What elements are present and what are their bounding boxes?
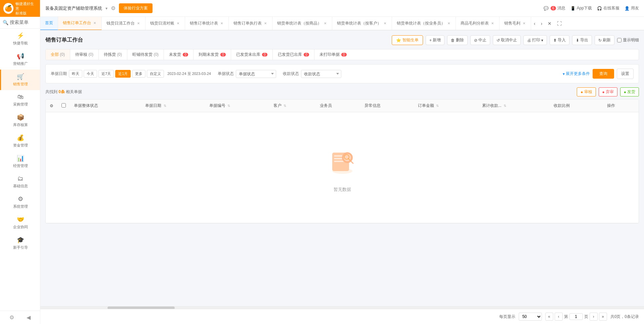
cancel-stop-btn[interactable]: ↺ 取消中止 <box>493 35 521 45</box>
tab-close-sales-stat[interactable]: ✕ <box>220 21 224 26</box>
online-service-item[interactable]: 🎧 在线客服 <box>597 5 619 11</box>
sidebar-item-quick-nav[interactable]: ⚡ 快捷导航 <box>0 29 40 49</box>
page-input[interactable] <box>569 313 583 320</box>
date-btn-today[interactable]: 今天 <box>84 70 97 78</box>
cooperation-icon: 🤝 <box>17 216 24 223</box>
tab-close-cash-daily[interactable]: ✕ <box>136 21 140 26</box>
page-next-btn[interactable]: › <box>590 313 598 321</box>
sidebar-item-cooperation[interactable]: 🤝 企业协同 <box>0 212 40 233</box>
review-btn[interactable]: ● 审核 <box>577 87 596 96</box>
page-first-btn[interactable]: « <box>545 313 553 321</box>
filter-expand-btn[interactable]: ▾ 展开更多条件 <box>563 71 590 77</box>
tab-close-customer[interactable]: ✕ <box>383 21 387 26</box>
col-label: 操作 <box>607 103 615 108</box>
show-detail-checkbox[interactable] <box>617 38 621 42</box>
topbar-settings-icon[interactable]: ⚙ <box>111 5 116 11</box>
select-all-checkbox[interactable] <box>61 103 66 108</box>
tab-sales-stat-product[interactable]: 销货单统计表（按商品） ✕ <box>272 17 332 30</box>
sub-tab-unprinted[interactable]: 未打印单据 0 <box>314 49 352 60</box>
sidebar-item-marketing[interactable]: 📢 营销推广 <box>0 49 40 70</box>
col-label: 收款比例 <box>554 103 570 108</box>
tab-cash-reconcile[interactable]: 钱货日清对账 ✕ <box>145 17 185 30</box>
tab-close-sales-workbench[interactable]: ✕ <box>93 21 97 25</box>
tab-sales-stat-staff[interactable]: 销货单统计表（按业务员） ✕ <box>392 17 456 30</box>
th-collected[interactable]: 累计收款... ⇅ <box>478 99 550 112</box>
sub-tab-shipped-unout[interactable]: 已发货未出库 0 <box>231 49 273 60</box>
tab-product-margin[interactable]: 商品毛利分析表 ✕ <box>456 17 500 30</box>
smart-gen-btn[interactable]: ⭐ 智能生单 <box>392 35 423 45</box>
page-last-btn[interactable]: » <box>599 313 607 321</box>
page-prev-btn[interactable]: ‹ <box>555 313 563 321</box>
tab-close-profit[interactable]: ✕ <box>522 21 526 26</box>
tab-sales-stat-customer[interactable]: 销货单统计表（按客户） ✕ <box>332 17 392 30</box>
show-detail-checkbox-label[interactable]: 显示明细 <box>617 37 639 43</box>
th-checkbox[interactable] <box>57 99 70 112</box>
refresh-btn[interactable]: ↻ 刷新 <box>595 35 614 45</box>
filter-payment-item: 收款状态 收款状态 <box>283 70 341 78</box>
sub-tab-pending-review[interactable]: 待审核 (0) <box>70 49 99 60</box>
tab-sales-workbench[interactable]: 销售订单工作台 ✕ <box>58 17 102 30</box>
date-btn-recent7[interactable]: 近7天 <box>98 70 114 78</box>
tab-close-cash-reconcile[interactable]: ✕ <box>176 21 180 26</box>
sidebar-item-sales[interactable]: 🛒 销售管理 <box>0 70 40 90</box>
tab-close-margin[interactable]: ✕ <box>490 21 495 26</box>
filter-settings-btn[interactable]: 设置 <box>617 69 634 79</box>
filter-payment-select[interactable]: 收款状态 <box>301 70 341 78</box>
h-scrollbar[interactable] <box>40 306 644 309</box>
page-size-select[interactable]: 50 20 100 <box>519 313 542 321</box>
ship-btn[interactable]: ● 发货 <box>620 87 639 96</box>
th-customer[interactable]: 客户 ⇅ <box>269 99 316 112</box>
sidebar-item-operations[interactable]: 📊 经营管理 <box>0 151 40 172</box>
delete-btn[interactable]: 🗑 删除 <box>447 35 468 45</box>
query-btn[interactable]: 查询 <box>593 69 614 79</box>
th-number[interactable]: 单据编号 ⇅ <box>205 99 269 112</box>
export-btn[interactable]: ⬇ 导出 <box>572 35 592 45</box>
tab-close-staff[interactable]: ✕ <box>447 21 451 26</box>
sidebar-item-finance[interactable]: 💰 资金管理 <box>0 131 40 151</box>
app-download-item[interactable]: 📱 App下载 <box>570 5 592 11</box>
import-btn[interactable]: ⬆ 导入 <box>550 35 569 45</box>
sub-tab-overdue-unshipped[interactable]: 到期未发货 0 <box>194 49 231 60</box>
stop-btn[interactable]: ⊘ 中止 <box>470 35 490 45</box>
footer-collapse-icon[interactable]: ◀ <box>27 314 31 321</box>
tab-close-all-btn[interactable]: ✕ <box>545 21 554 26</box>
tab-prev-btn[interactable]: ‹ <box>531 21 538 26</box>
sidebar-search[interactable]: 🔍 搜索菜单 <box>0 17 40 29</box>
tab-close-product[interactable]: ✕ <box>323 21 327 26</box>
industry-btn[interactable]: 体验行业方案 <box>119 3 153 13</box>
sub-tab-shipped-out[interactable]: 已发货已出库 0 <box>273 49 314 60</box>
date-btn-custom[interactable]: 自定义 <box>147 70 164 78</box>
sidebar-item-system[interactable]: ⚙ 系统管理 <box>0 192 40 212</box>
sidebar-item-purchase[interactable]: 🛍 采购管理 <box>0 90 40 110</box>
tab-home[interactable]: 首页 <box>40 17 58 30</box>
tab-fullscreen-btn[interactable]: ⛶ <box>554 21 564 26</box>
topbar-right: 💬 6 消息 📱 App下载 🎧 在线客服 👤 用友 <box>544 5 639 11</box>
tab-sales-exec[interactable]: 销售订单执行表 ✕ <box>229 17 272 30</box>
print-btn[interactable]: 🖨 打印 ▾ <box>523 35 547 45</box>
sidebar-item-newbie[interactable]: 🎓 新手引导 <box>0 233 40 253</box>
th-date[interactable]: 单据日期 ⇅ <box>141 99 205 112</box>
user-item[interactable]: 👤 用友 <box>625 5 639 11</box>
tab-next-btn[interactable]: › <box>538 21 545 26</box>
tab-sales-profit[interactable]: 销售毛利 ✕ <box>500 17 531 30</box>
tab-sales-stat[interactable]: 销售订单统计表 ✕ <box>185 17 229 30</box>
sidebar-item-basics[interactable]: 🗂 基础信息 <box>0 172 40 192</box>
date-btn-more[interactable]: 更多 <box>132 70 145 78</box>
footer-settings-icon[interactable]: ⚙ <box>9 314 14 321</box>
sub-tab-unshipped[interactable]: 未发货 0 <box>164 49 194 60</box>
th-amount[interactable]: 订单金额 ⇅ <box>414 99 478 112</box>
sub-tab-wangpu[interactable]: 旺铺待发货 (0) <box>127 49 164 60</box>
tab-close-sales-exec[interactable]: ✕ <box>263 21 267 26</box>
message-item[interactable]: 💬 6 消息 <box>544 5 565 11</box>
tab-cash-daily[interactable]: 钱货日清工作台 ✕ <box>102 17 145 30</box>
th-settings[interactable]: ⚙ <box>46 99 57 112</box>
cancel-review-btn[interactable]: ● 弃审 <box>599 87 617 96</box>
column-settings-icon[interactable]: ⚙ <box>50 104 53 108</box>
sub-tab-pending-inspect[interactable]: 待拣货 (0) <box>99 49 127 60</box>
add-btn[interactable]: + 新增 <box>426 35 444 45</box>
filter-status-select[interactable]: 单据状态 <box>236 70 276 78</box>
date-btn-recent1m[interactable]: 近1月 <box>115 70 131 78</box>
sidebar-item-inventory[interactable]: 📦 库存核算 <box>0 110 40 131</box>
date-btn-yesterday[interactable]: 昨天 <box>69 70 82 78</box>
sub-tab-all[interactable]: 全部 (0) <box>46 49 70 60</box>
